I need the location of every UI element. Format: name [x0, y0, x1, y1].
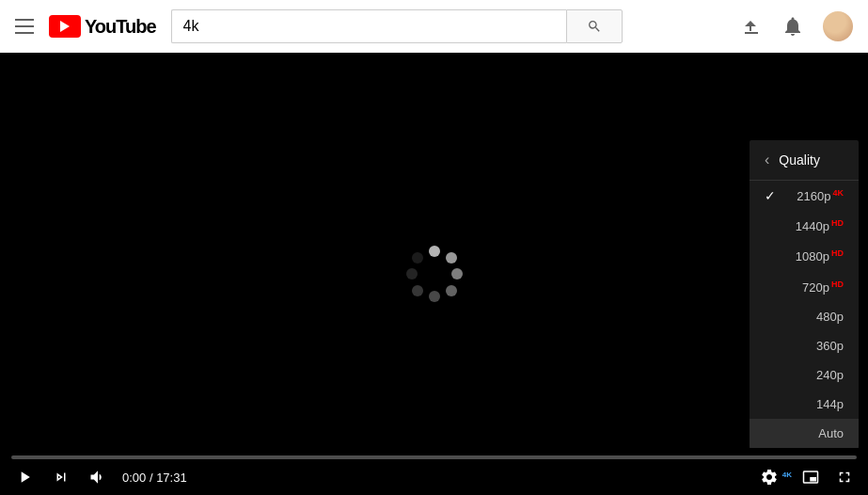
header-right [740, 11, 853, 41]
quality-label-auto: Auto [787, 426, 844, 440]
quality-badge-4k: 4K [832, 188, 844, 198]
quality-label-360p: 360p [787, 339, 844, 353]
volume-button[interactable] [85, 464, 111, 490]
quality-option-144p[interactable]: 144p [750, 390, 859, 419]
next-icon [53, 469, 70, 486]
quality-badge-hd-1080: HD [831, 248, 844, 258]
header: YouTube [0, 0, 868, 53]
hamburger-menu-button[interactable] [15, 19, 34, 34]
youtube-icon [49, 15, 81, 38]
quality-option-480p[interactable]: 480p [750, 302, 859, 331]
avatar[interactable] [823, 11, 853, 41]
quality-option-1080p[interactable]: 1080pHD [750, 241, 859, 271]
check-icon: ✓ [765, 188, 780, 203]
quality-label-240p: 240p [787, 368, 844, 382]
settings-icon [760, 468, 779, 487]
quality-badge-hd-720: HD [831, 279, 844, 289]
quality-menu: ‹ Quality ✓ 2160p4K 1440pHD 1080pHD [750, 140, 859, 448]
quality-option-2160p[interactable]: ✓ 2160p4K [750, 181, 859, 211]
controls-right: 4K [760, 465, 857, 489]
loading-spinner [406, 246, 463, 302]
fullscreen-button[interactable] [832, 465, 857, 489]
search-container [171, 9, 623, 43]
quality-label-480p: 480p [787, 310, 844, 324]
quality-option-240p[interactable]: 240p [750, 360, 859, 390]
settings-button[interactable]: 4K [760, 468, 789, 487]
spinner-dots [406, 246, 463, 302]
header-left: YouTube [15, 15, 156, 38]
time-display: 0:00 / 17:31 [122, 471, 187, 485]
quality-menu-title: Quality [779, 152, 820, 168]
upload-icon[interactable] [740, 15, 763, 38]
settings-badge: 4K [782, 471, 792, 479]
video-controls: 0:00 / 17:31 4K [0, 448, 868, 495]
play-button[interactable] [11, 464, 38, 490]
youtube-logo[interactable]: YouTube [49, 15, 156, 38]
next-button[interactable] [49, 465, 73, 489]
video-area: ‹ Quality ✓ 2160p4K 1440pHD 1080pHD [0, 53, 868, 495]
quality-option-360p[interactable]: 360p [750, 331, 859, 360]
back-icon: ‹ [765, 152, 769, 168]
quality-menu-header[interactable]: ‹ Quality [750, 140, 859, 181]
search-button[interactable] [566, 9, 623, 43]
youtube-wordmark: YouTube [85, 16, 156, 38]
quality-option-auto[interactable]: Auto [750, 419, 859, 448]
search-input[interactable] [171, 9, 566, 43]
miniplayer-icon [802, 469, 819, 486]
notifications-icon[interactable] [781, 15, 804, 38]
quality-label-720p: 720pHD [787, 279, 844, 295]
settings-wrapper: 4K [760, 468, 789, 487]
quality-label-1080p: 1080pHD [787, 248, 844, 263]
quality-label-144p: 144p [787, 397, 844, 411]
quality-badge-hd-1440: HD [831, 218, 844, 228]
search-icon [587, 19, 602, 34]
volume-icon [88, 468, 107, 487]
quality-label-1440p: 1440pHD [787, 218, 844, 233]
quality-label-2160p: 2160p4K [787, 188, 844, 203]
fullscreen-icon [836, 469, 853, 486]
quality-option-1440p[interactable]: 1440pHD [750, 211, 859, 241]
controls-row: 0:00 / 17:31 4K [11, 459, 857, 495]
miniplayer-button[interactable] [798, 465, 823, 489]
play-icon [15, 468, 34, 487]
quality-option-720p[interactable]: 720pHD [750, 272, 859, 302]
